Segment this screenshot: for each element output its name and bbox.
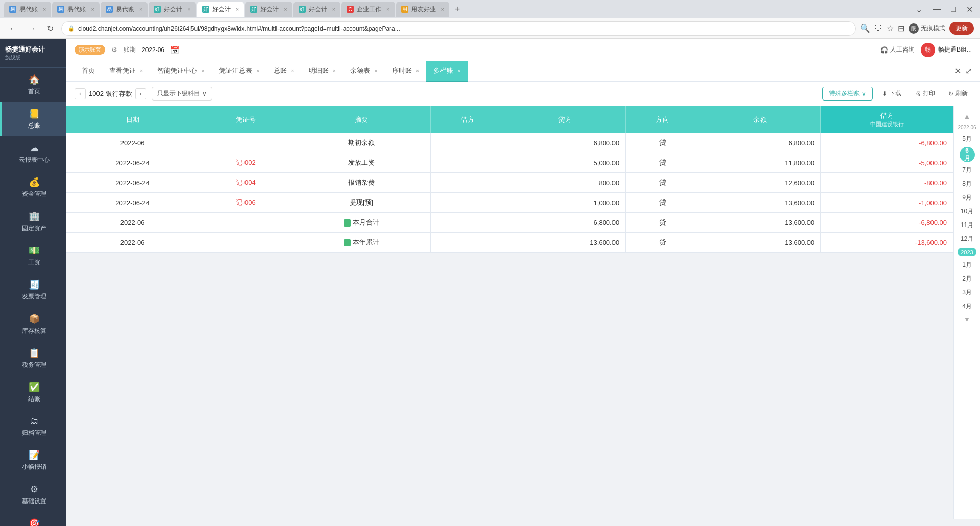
month-2022-12[interactable]: 12月 — [956, 232, 978, 246]
month-2022-11[interactable]: 11月 — [956, 218, 978, 232]
sidebar-item-expense[interactable]: 📝 小畅报销 — [0, 443, 66, 478]
month-2022-06[interactable]: 6月 — [960, 147, 975, 162]
browser-tab-2[interactable]: 易 易代账 × — [101, 2, 148, 17]
calendar-icon[interactable]: 📅 — [170, 46, 179, 54]
filter-dropdown[interactable]: 只显示下级科目 ∨ — [152, 87, 212, 101]
bottom-scrollbar[interactable] — [66, 519, 980, 526]
date-scroll-up-button[interactable]: ▲ — [962, 110, 973, 122]
month-2022-09[interactable]: 9月 — [956, 191, 978, 205]
cell-voucher[interactable]: 记-006 — [199, 193, 292, 213]
back-button[interactable]: ← — [6, 21, 20, 36]
sidebar-item-funds[interactable]: 💰 资金管理 — [0, 170, 66, 205]
new-tab-button[interactable]: + — [450, 2, 464, 16]
sidebar-item-assets[interactable]: 🏢 固定资产 — [0, 205, 66, 239]
browser-tab-5[interactable]: 好 好会计 × — [245, 2, 292, 17]
sidebar-item-invoice[interactable]: 🧾 发票管理 — [0, 273, 66, 307]
browser-tab-0[interactable]: 易 易代账 × — [4, 2, 51, 17]
month-2022-08[interactable]: 8月 — [956, 177, 978, 191]
month-2022-10[interactable]: 10月 — [956, 205, 978, 218]
expand-icon[interactable]: ⤢ — [965, 66, 972, 76]
tab-close-2[interactable]: × — [139, 6, 142, 12]
print-button[interactable]: 🖨 打印 — [911, 87, 939, 100]
special-multi-col-button[interactable]: 特殊多栏账 ∨ — [822, 87, 873, 101]
search-icon[interactable]: 🔍 — [860, 23, 870, 33]
sidebar-item-salary[interactable]: 💵 工资 — [0, 239, 66, 273]
tab-detail-ledger[interactable]: 明细账 × — [302, 61, 343, 82]
tab-voucher-summary[interactable]: 凭证汇总表 × — [212, 61, 266, 82]
refresh-ledger-button[interactable]: ↻ 刷新 — [944, 87, 972, 100]
tab-multi-col-close[interactable]: × — [457, 68, 460, 74]
tab-close-6[interactable]: × — [332, 6, 335, 12]
tab-vouchers-close[interactable]: × — [140, 68, 143, 74]
star-icon[interactable]: ☆ — [887, 23, 894, 33]
sidebar-item-close[interactable]: ✅ 结账 — [0, 375, 66, 410]
sidebar-item-inventory[interactable]: 📦 库存核算 — [0, 307, 66, 341]
month-2023-02[interactable]: 2月 — [956, 272, 978, 286]
settings-gear-icon[interactable]: ⚙ — [111, 46, 117, 54]
cell-voucher[interactable]: 记-004 — [199, 173, 292, 193]
sidebar-item-ledger[interactable]: 📒 总账 — [0, 102, 66, 136]
browser-tab-4[interactable]: 好 好会计 × — [197, 2, 244, 17]
sidebar-label-archive: 归档管理 — [22, 429, 46, 437]
tab-sequential[interactable]: 序时账 × — [385, 61, 426, 82]
cell-voucher[interactable]: 记-002 — [199, 153, 292, 173]
tab-general-ledger-close[interactable]: × — [291, 68, 294, 74]
month-2022-07[interactable]: 7月 — [956, 163, 978, 177]
next-account-button[interactable]: › — [135, 88, 146, 99]
forward-button[interactable]: → — [24, 21, 39, 36]
close-panel-icon[interactable]: ✕ — [954, 66, 961, 76]
month-2023-04[interactable]: 4月 — [956, 299, 978, 313]
print-label: 打印 — [923, 89, 935, 98]
tab-close-4[interactable]: × — [236, 6, 239, 12]
tab-balance[interactable]: 余额表 × — [343, 61, 384, 82]
tab-voucher-summary-close[interactable]: × — [256, 68, 259, 74]
tab-smart-vouchers[interactable]: 智能凭证中心 × — [150, 61, 211, 82]
shield-icon[interactable]: 🛡 — [874, 24, 883, 33]
tab-vouchers[interactable]: 查看凭证 × — [102, 61, 150, 82]
refresh-button[interactable]: ↻ — [43, 21, 57, 36]
browser-tab-7[interactable]: C 企业工作 × — [341, 2, 395, 17]
url-bar[interactable]: 🔒 cloud2.chanjet.com/accounting/uh26t264… — [61, 21, 856, 36]
download-button[interactable]: ⬇ 下载 — [878, 87, 905, 100]
consult-button[interactable]: 🎧 人工咨询 — [880, 45, 915, 54]
maximize-button[interactable]: □ — [948, 4, 959, 15]
sidebar-item-reports[interactable]: ☁ 云报表中心 — [0, 136, 66, 170]
tab-multi-col[interactable]: 多栏账 × — [426, 61, 468, 82]
month-2022-05[interactable]: 5月 — [956, 132, 978, 146]
sidebar-item-home[interactable]: 🏠 首页 — [0, 68, 66, 102]
browser-tab-6[interactable]: 好 好会计 × — [293, 2, 340, 17]
sidebar-item-guide[interactable]: 🎯 新手引导 — [0, 512, 66, 526]
ledger-header-right: 特殊多栏账 ∨ ⬇ 下载 🖨 打印 ↻ 刷新 — [822, 87, 972, 101]
tab-close-7[interactable]: × — [386, 6, 389, 12]
browser-tab-3[interactable]: 好 好会计 × — [149, 2, 195, 17]
tab-detail-close[interactable]: × — [333, 68, 336, 74]
browser-tab-1[interactable]: 易 易代账 × — [52, 2, 99, 17]
sidebar-item-archive[interactable]: 🗂 归档管理 — [0, 410, 66, 443]
sidebar-label-assets: 固定资产 — [22, 224, 46, 233]
salary-icon: 💵 — [29, 245, 40, 256]
tab-close-0[interactable]: × — [43, 6, 46, 12]
tab-action-icons: ✕ ⤢ — [954, 66, 972, 76]
tab-sequential-close[interactable]: × — [416, 68, 419, 74]
sidebar-label-salary: 工资 — [28, 258, 40, 267]
month-2023-01[interactable]: 1月 — [956, 258, 978, 272]
tab-general-ledger[interactable]: 总账 × — [266, 61, 301, 82]
month-2023-03[interactable]: 3月 — [956, 286, 978, 299]
prev-account-button[interactable]: ‹ — [75, 88, 86, 99]
date-scroll-down-button[interactable]: ▼ — [962, 313, 973, 325]
tab-close-8[interactable]: × — [441, 6, 444, 12]
sidebar-item-tax[interactable]: 📋 税务管理 — [0, 341, 66, 375]
update-button[interactable]: 更新 — [949, 22, 974, 35]
tab-close-3[interactable]: × — [187, 6, 190, 12]
tab-list-button[interactable]: ⌄ — [913, 4, 925, 15]
browser-tab-8[interactable]: 用 用友好业 × — [396, 2, 449, 17]
sidebar-toggle-icon[interactable]: ⊟ — [898, 23, 904, 33]
minimize-button[interactable]: — — [929, 4, 944, 15]
close-window-button[interactable]: ✕ — [963, 4, 976, 15]
tab-close-1[interactable]: × — [91, 6, 94, 12]
tab-close-5[interactable]: × — [284, 6, 287, 12]
sidebar-item-settings[interactable]: ⚙ 基础设置 — [0, 478, 66, 512]
tab-smart-close[interactable]: × — [201, 68, 204, 74]
tab-balance-close[interactable]: × — [374, 68, 377, 74]
tab-home[interactable]: 首页 — [75, 61, 102, 82]
